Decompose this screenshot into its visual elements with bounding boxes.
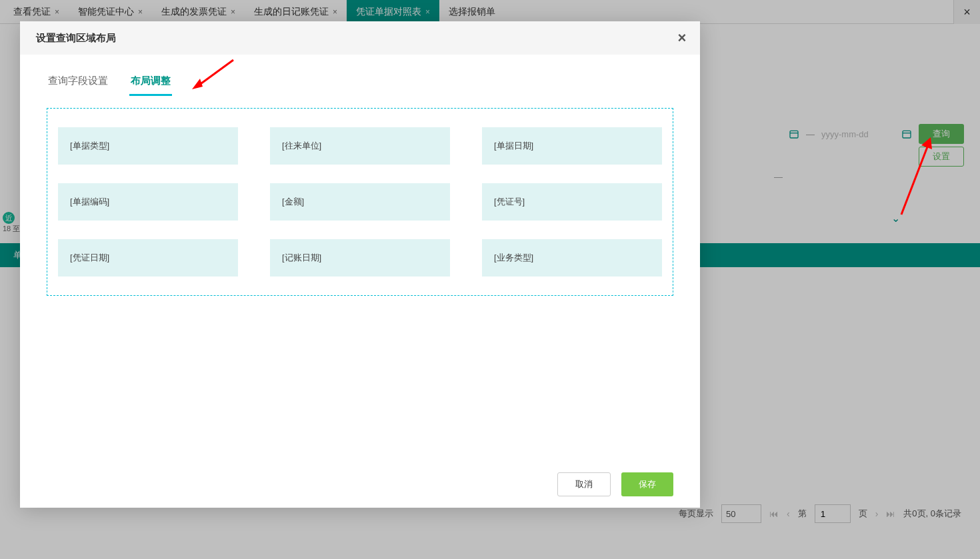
modal-footer: 取消 保存 [20, 461, 700, 508]
cancel-button[interactable]: 取消 [557, 472, 611, 496]
field-chip-amount[interactable]: [金额] [270, 183, 450, 221]
close-icon[interactable]: × [673, 29, 691, 47]
field-chip-doc-code[interactable]: [单据编码] [58, 183, 238, 221]
modal-header: 设置查询区域布局 × [20, 21, 700, 55]
tab-layout-adjust[interactable]: 布局调整 [129, 71, 172, 96]
field-chip-partner[interactable]: [往来单位] [270, 127, 450, 165]
save-button[interactable]: 保存 [621, 472, 673, 496]
field-chip-voucher-no[interactable]: [凭证号] [482, 183, 662, 221]
tab-query-fields[interactable]: 查询字段设置 [47, 71, 109, 96]
field-chip-business-type[interactable]: [业务类型] [482, 239, 662, 277]
layout-settings-modal: 设置查询区域布局 × 查询字段设置 布局调整 [单据类型] [往来单位] [单据… [20, 21, 700, 508]
layout-drop-zone[interactable]: [单据类型] [往来单位] [单据日期] [单据编码] [金额] [凭证号] [… [47, 108, 673, 296]
field-chip-doc-type[interactable]: [单据类型] [58, 127, 238, 165]
field-chip-voucher-date[interactable]: [凭证日期] [58, 239, 238, 277]
modal-tabs: 查询字段设置 布局调整 [47, 71, 673, 96]
field-chip-posting-date[interactable]: [记账日期] [270, 239, 450, 277]
field-chip-doc-date[interactable]: [单据日期] [482, 127, 662, 165]
modal-title: 设置查询区域布局 [36, 32, 116, 45]
